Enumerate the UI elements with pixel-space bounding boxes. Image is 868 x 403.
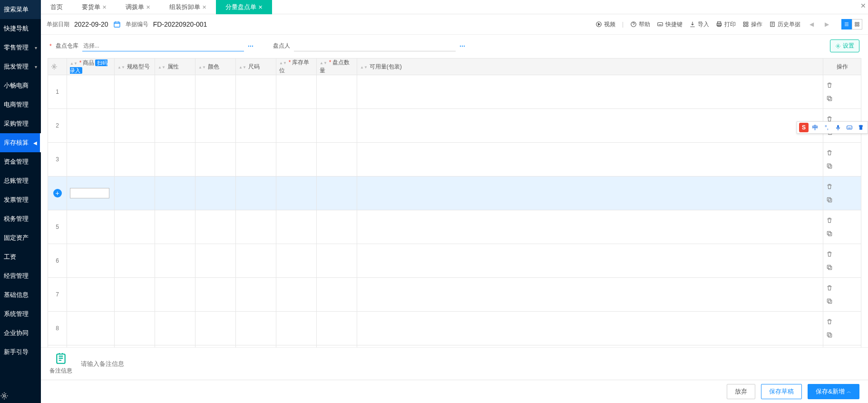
- table-row[interactable]: +: [48, 177, 861, 210]
- row-copy-icon[interactable]: [826, 298, 858, 305]
- ime-voice-icon[interactable]: [833, 123, 843, 132]
- col-product[interactable]: ▲▼*商品扫码录入: [67, 59, 115, 75]
- warehouse-more-icon[interactable]: ⋯: [248, 43, 254, 49]
- history-button[interactable]: 历史单据: [769, 20, 800, 29]
- ime-punct-icon[interactable]: °,: [822, 123, 831, 132]
- row-delete-icon[interactable]: [826, 183, 858, 190]
- col-spec[interactable]: ▲▼规格型号: [115, 59, 155, 75]
- row-delete-icon[interactable]: [826, 251, 858, 257]
- col-avail[interactable]: ▲▼可用量(包装): [357, 59, 823, 75]
- table-row[interactable]: 8: [48, 312, 861, 345]
- operate-button[interactable]: 操作: [742, 20, 762, 29]
- row-copy-icon[interactable]: [826, 197, 858, 203]
- sidebar-item-0[interactable]: 搜索菜单: [0, 0, 41, 19]
- table-row[interactable]: 5: [48, 210, 861, 244]
- tab-4[interactable]: 分量盘点单✕: [216, 0, 272, 14]
- table-config-icon[interactable]: [48, 59, 67, 75]
- sidebar-item-3[interactable]: 批发管理▾: [0, 57, 41, 76]
- svg-rect-10: [743, 25, 745, 27]
- calendar-icon[interactable]: [113, 20, 121, 28]
- remark-input[interactable]: [78, 357, 859, 370]
- sidebar-item-1[interactable]: 快捷导航: [0, 19, 41, 38]
- row-copy-icon[interactable]: [826, 332, 858, 338]
- ime-keyboard-icon[interactable]: [845, 123, 854, 132]
- svg-rect-11: [746, 25, 748, 27]
- tab-close-icon[interactable]: ✕: [258, 4, 263, 10]
- row-delete-icon[interactable]: [826, 149, 858, 156]
- row-delete-icon[interactable]: [826, 285, 858, 291]
- row-copy-icon[interactable]: [826, 230, 858, 237]
- tab-close-icon[interactable]: ✕: [102, 4, 107, 10]
- row-copy-icon[interactable]: [826, 264, 858, 271]
- print-button[interactable]: 打印: [716, 20, 736, 29]
- discard-button[interactable]: 放弃: [727, 384, 755, 399]
- add-row-icon[interactable]: +: [53, 189, 62, 197]
- sidebar-item-4[interactable]: 小畅电商: [0, 76, 41, 95]
- counter-input[interactable]: [294, 40, 456, 51]
- col-ops: 操作: [823, 59, 861, 75]
- tab-close-icon[interactable]: ✕: [146, 4, 150, 10]
- table-row[interactable]: 6: [48, 244, 861, 278]
- sidebar-item-label: 小畅电商: [4, 81, 29, 90]
- sidebar-item-17[interactable]: 企业协同: [0, 324, 41, 343]
- row-copy-icon[interactable]: [826, 163, 858, 169]
- chevron-down-icon: ▾: [35, 64, 37, 69]
- sidebar-item-6[interactable]: 采购管理: [0, 114, 41, 133]
- tab-1[interactable]: 要货单✕: [72, 0, 116, 14]
- sidebar-item-16[interactable]: 系统管理: [0, 305, 41, 324]
- sidebar-item-2[interactable]: 零售管理▾: [0, 38, 41, 57]
- save-new-button[interactable]: 保存&新增 ︿: [808, 384, 859, 399]
- row-delete-icon[interactable]: [826, 82, 858, 88]
- close-all-tabs-icon[interactable]: ✕: [860, 2, 866, 10]
- col-color[interactable]: ▲▼颜色: [195, 59, 236, 75]
- sidebar-item-18[interactable]: 新手引导: [0, 343, 41, 362]
- table-row[interactable]: 3: [48, 143, 861, 177]
- video-button[interactable]: 视频: [595, 20, 615, 29]
- next-doc-icon[interactable]: ▶: [822, 21, 831, 28]
- tab-2[interactable]: 调拨单✕: [116, 0, 160, 14]
- col-unit[interactable]: ▲▼*库存单位: [276, 59, 317, 75]
- svg-point-18: [53, 66, 55, 68]
- view-list-icon[interactable]: [841, 19, 852, 29]
- sidebar-item-11[interactable]: 税务管理: [0, 209, 41, 228]
- save-draft-button[interactable]: 保存草稿: [761, 384, 802, 399]
- ime-lang-icon[interactable]: 中: [810, 123, 820, 132]
- table-row[interactable]: 1: [48, 75, 861, 109]
- ime-skin-icon[interactable]: [856, 123, 866, 132]
- tab-3[interactable]: 组装拆卸单✕: [160, 0, 216, 14]
- col-attr[interactable]: ▲▼属性: [155, 59, 195, 75]
- sidebar-item-8[interactable]: 资金管理: [0, 152, 41, 171]
- shortcut-button[interactable]: 快捷键: [657, 20, 683, 29]
- settings-button[interactable]: 设置: [830, 39, 859, 52]
- sidebar-settings-icon[interactable]: [0, 389, 41, 403]
- warehouse-input[interactable]: [82, 40, 244, 51]
- prev-doc-icon[interactable]: ◀: [807, 21, 816, 28]
- svg-rect-19: [829, 98, 832, 101]
- row-copy-icon[interactable]: [826, 95, 858, 102]
- product-cell-input[interactable]: [70, 188, 109, 198]
- tab-close-icon[interactable]: ✕: [202, 4, 206, 10]
- sidebar-item-13[interactable]: 工资: [0, 247, 41, 266]
- counter-more-icon[interactable]: ⋯: [459, 43, 466, 49]
- row-delete-icon[interactable]: [826, 318, 858, 325]
- import-button[interactable]: 导入: [689, 20, 709, 29]
- sidebar-item-15[interactable]: 基础信息: [0, 285, 41, 305]
- sidebar-item-10[interactable]: 发票管理: [0, 190, 41, 209]
- view-grid-icon[interactable]: [852, 19, 862, 29]
- sidebar-item-9[interactable]: 总账管理: [0, 171, 41, 190]
- sidebar-item-14[interactable]: 经营管理: [0, 266, 41, 285]
- sidebar-item-label: 新手引导: [4, 348, 29, 356]
- tab-0[interactable]: 首页: [41, 0, 72, 14]
- table-row[interactable]: 7: [48, 278, 861, 312]
- col-size[interactable]: ▲▼尺码: [236, 59, 276, 75]
- table-row[interactable]: 2: [48, 109, 861, 143]
- row-delete-icon[interactable]: [826, 217, 858, 224]
- col-qty[interactable]: ▲▼*盘点数量: [317, 59, 357, 75]
- help-button[interactable]: 帮助: [630, 20, 650, 29]
- doc-date-value[interactable]: 2022-09-20: [74, 20, 108, 28]
- sidebar-item-7[interactable]: 库存核算◀: [0, 133, 41, 152]
- line-items-table: ▲▼*商品扫码录入 ▲▼规格型号 ▲▼属性 ▲▼颜色 ▲▼尺码 ▲▼*库存单位 …: [48, 58, 861, 347]
- sidebar-item-5[interactable]: 电商管理: [0, 95, 41, 114]
- ime-toolbar[interactable]: S 中 °,: [797, 121, 868, 134]
- sidebar-item-12[interactable]: 固定资产: [0, 228, 41, 247]
